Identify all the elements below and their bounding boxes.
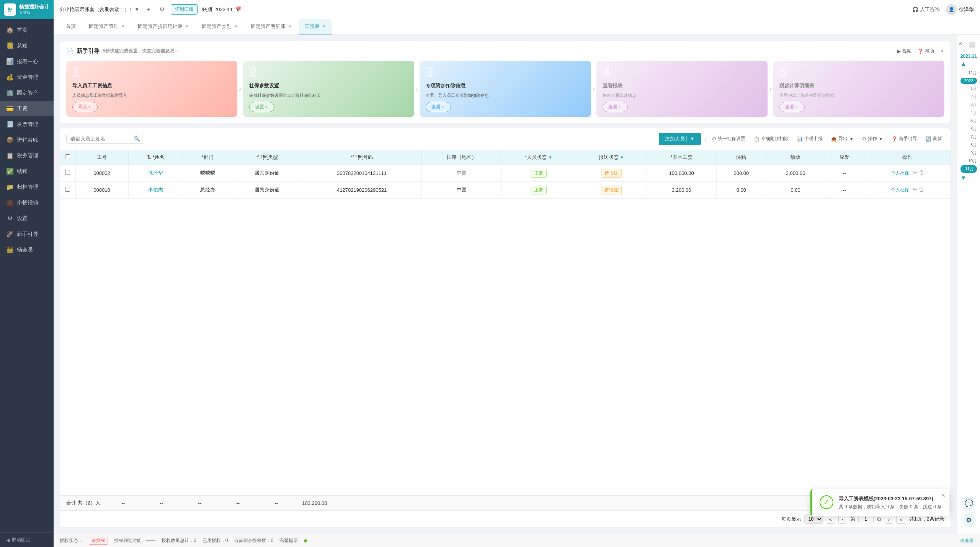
calendar-month-8[interactable]: 8月 — [960, 141, 977, 149]
sidebar-item-label: 固定资产 — [17, 90, 38, 96]
guide-title: 新手引导 — [77, 47, 100, 55]
calendar-month-4[interactable]: 4月 — [960, 109, 977, 117]
recharge-link[interactable]: 去充值 — [960, 537, 974, 544]
sidebar-item-ledger[interactable]: 📒 总账 — [0, 38, 54, 54]
calendar-month-9[interactable]: 9月 — [960, 149, 977, 157]
toast-close-button[interactable]: ✕ — [941, 492, 946, 498]
page-size-label: 每页显示 — [781, 516, 801, 523]
special-deduction-button[interactable]: 📋 专项附加扣除 — [751, 136, 791, 142]
row-checkbox[interactable] — [65, 187, 70, 192]
settings-btn-right[interactable]: ⚙ — [962, 513, 976, 527]
sidebar-item-assets[interactable]: 🏢 固定资产 — [0, 85, 54, 101]
search-icon[interactable]: 🔍 — [134, 136, 140, 142]
account-selector[interactable]: 刘小艳演示账套（勿删勿动！）1 ▼ — [60, 6, 139, 13]
tab-close-icon[interactable]: ✕ — [185, 24, 189, 29]
refresh-button[interactable]: 🔄 刷新 — [923, 136, 944, 142]
service-button[interactable]: 🎧 人工咨询 — [912, 6, 940, 13]
filter-icon[interactable]: ▼ — [620, 155, 624, 160]
tax-declaration-button[interactable]: 📊 个税申报 — [795, 136, 825, 142]
tab-fixed-assets[interactable]: 固定资产管理 ✕ — [83, 19, 131, 34]
tab-asset-category[interactable]: 固定资产类别 ✕ — [196, 19, 244, 34]
tab-asset-detail[interactable]: 固定资产明细账 ✕ — [245, 19, 298, 34]
step5-btn[interactable]: 查看＞ — [779, 102, 805, 112]
sidebar-item-invoice[interactable]: 🧾 发票管理 — [0, 116, 54, 132]
panel-close-button[interactable]: ✕ — [956, 39, 964, 49]
sidebar-item-tax[interactable]: 📋 税务管理 — [0, 148, 54, 163]
sidebar-item-settings[interactable]: ⚙ 设置 — [0, 211, 54, 226]
sidebar-item-expense[interactable]: 💼 小畅报销 — [0, 195, 54, 211]
sidebar-item-member[interactable]: 👑 畅会员 — [0, 242, 54, 258]
calendar-month-6[interactable]: 6月 — [960, 125, 977, 133]
switch-version-button[interactable]: 切到旧版 — [171, 4, 198, 15]
panel-maximize-button[interactable]: ⬜ — [967, 40, 977, 49]
tab-close-icon[interactable]: ✕ — [288, 24, 292, 29]
step1-btn[interactable]: 导入＞ — [72, 102, 98, 112]
sidebar-item-payroll[interactable]: 💳 工资 — [0, 101, 54, 116]
edit-icon[interactable]: ✏ — [913, 186, 917, 193]
account-dropdown-icon[interactable]: ▼ — [134, 7, 139, 12]
social-insurance-button[interactable]: ⚙ 统一社保设置 — [710, 136, 748, 142]
calendar-month-3[interactable]: 3月 — [960, 101, 977, 109]
calendar-month-10[interactable]: 10月 — [960, 157, 977, 165]
select-all-checkbox[interactable] — [65, 154, 70, 159]
tab-home[interactable]: 首页 — [60, 19, 82, 34]
sidebar-item-archive[interactable]: 📁 归档管理 — [0, 179, 54, 195]
step4-btn[interactable]: 查看＞ — [603, 102, 628, 112]
tab-payroll[interactable]: 工资表 ✕ — [299, 19, 332, 34]
export-button[interactable]: 📤 导出 ▼ — [829, 136, 856, 142]
action-label: 导出 — [838, 136, 848, 142]
calendar-month-5[interactable]: 5月 — [960, 117, 977, 125]
archive-icon: 📁 — [6, 183, 14, 191]
settings-button[interactable]: ⚙ — [158, 4, 166, 15]
search-input[interactable] — [70, 136, 132, 142]
calendar-month-2[interactable]: 2月 — [960, 93, 977, 101]
calendar-month-11[interactable]: 11月 — [960, 165, 977, 173]
calendar-month-dec[interactable]: 12月 — [960, 69, 977, 77]
tab-close-icon[interactable]: ✕ — [234, 24, 238, 29]
tab-close-icon[interactable]: ✕ — [322, 24, 326, 29]
onboarding-button[interactable]: ❓ 新手引导 — [889, 136, 920, 142]
personal-insurance-link[interactable]: 个人社保 — [891, 170, 909, 176]
sidebar-item-guide[interactable]: 🚀 新手引导 — [0, 226, 54, 242]
sidebar-item-label: 设置 — [17, 215, 28, 222]
guide-step-3: 3 专项附加扣除信息 查看、导入员工专项附加扣除信息 查看＞ — [420, 61, 591, 117]
name-link[interactable]: 徐泽华 — [148, 170, 163, 176]
sidebar-item-close[interactable]: ✅ 结账 — [0, 163, 54, 179]
calendar-up-button[interactable]: ▲ — [960, 60, 967, 67]
row-checkbox[interactable] — [65, 170, 70, 175]
col-id-type: *证照类型 — [232, 150, 302, 165]
add-btn-dropdown[interactable]: ▼ — [686, 136, 695, 142]
add-person-button[interactable]: 添加人员 ▼ — [659, 133, 701, 145]
user-menu[interactable]: 👤 徐泽华 — [946, 4, 974, 15]
step3-btn[interactable]: 查看＞ — [426, 102, 451, 112]
personal-insurance-link[interactable]: 个人社保 — [891, 187, 909, 193]
guide-close-button[interactable]: ✕ — [940, 48, 944, 54]
calendar-down-button[interactable]: ▼ — [960, 175, 967, 181]
guide-step-1: 1 导入员工工资信息 人员信息及工资数据新增导入 导入＞ — [66, 61, 237, 117]
sidebar-unpin[interactable]: ◀ 取消固定 — [0, 532, 54, 547]
edit-icon[interactable]: ✏ — [913, 170, 917, 176]
filter-icon[interactable]: ▼ — [548, 155, 552, 160]
calendar-icon[interactable]: 📅 — [235, 7, 241, 12]
sidebar-item-finance[interactable]: 💰 资金管理 — [0, 69, 54, 85]
delete-icon[interactable]: 🗑 — [919, 170, 924, 176]
sidebar-item-home[interactable]: 🏠 首页 — [0, 22, 54, 38]
tab-close-icon[interactable]: ✕ — [121, 24, 125, 29]
calendar-month-1[interactable]: 1月 — [960, 85, 977, 93]
guide-help-link[interactable]: ❓ 帮助 — [918, 48, 934, 54]
add-account-button[interactable]: ＋ — [144, 4, 153, 15]
app-logo: 好 畅捷通好会计 专业版 — [0, 0, 54, 19]
name-link[interactable]: 李俊杰 — [148, 187, 163, 193]
feedback-button[interactable]: 💬 — [962, 496, 976, 510]
sort-icon[interactable]: ⇅ — [147, 154, 151, 160]
guide-video-link[interactable]: ▶ 视频 — [897, 48, 911, 54]
sidebar-item-reports[interactable]: 📊 报表中心 — [0, 54, 54, 69]
operations-button[interactable]: ⚙ 操作 ▼ — [860, 136, 885, 142]
calendar-month-7[interactable]: 7月 — [960, 133, 977, 141]
sidebar-item-stock[interactable]: 📦 进销台账 — [0, 132, 54, 148]
delete-icon[interactable]: 🗑 — [919, 186, 924, 193]
ops-dropdown-icon[interactable]: ▼ — [879, 136, 883, 142]
tab-depreciation[interactable]: 固定资产折旧统计表 ✕ — [132, 19, 195, 34]
step2-btn[interactable]: 设置＞ — [249, 102, 274, 112]
export-dropdown-icon[interactable]: ▼ — [849, 136, 854, 142]
